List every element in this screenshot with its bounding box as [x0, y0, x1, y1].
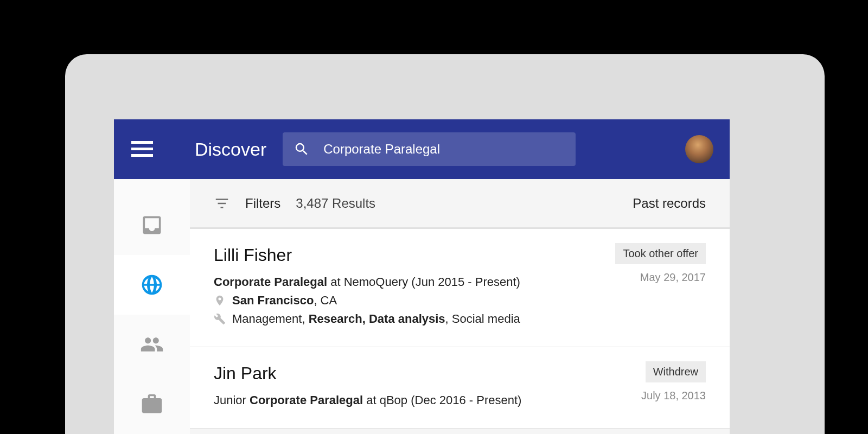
people-icon [140, 333, 164, 356]
search-box[interactable] [283, 132, 576, 166]
avatar[interactable] [685, 135, 713, 163]
filters-label[interactable]: Filters [245, 196, 280, 211]
result-title: Junior Corporate Paralegal at qBop (Dec … [214, 393, 706, 407]
globe-icon [140, 273, 164, 297]
result-title: Corporate Paralegal at NemoQuery (Jun 20… [214, 275, 706, 289]
search-icon [293, 141, 310, 157]
content: Filters 3,487 Results Past records Took … [190, 179, 730, 434]
sidebar [114, 179, 190, 434]
briefcase-icon [140, 392, 164, 416]
location-icon [214, 295, 228, 307]
filter-bar: Filters 3,487 Results Past records [190, 179, 730, 229]
result-skills: Management, Research, Data analysis, Soc… [214, 312, 706, 326]
results-count: 3,487 Results [296, 196, 375, 211]
result-location: San Francisco, CA [214, 293, 706, 308]
sidebar-item-briefcase[interactable] [114, 374, 190, 434]
status-chip: Withdrew [646, 361, 706, 382]
svg-rect-0 [131, 141, 153, 144]
sidebar-item-globe[interactable] [114, 255, 190, 315]
result-name: Jin Park [214, 363, 706, 384]
search-input[interactable] [323, 142, 565, 157]
hamburger-icon [131, 141, 153, 157]
result-card[interactable]: Withdrew July 18, 2013 Jin Park Junior C… [190, 347, 730, 429]
result-date: July 18, 2013 [641, 390, 706, 402]
past-records-link[interactable]: Past records [633, 196, 706, 211]
sidebar-item-inbox[interactable] [114, 195, 190, 255]
appbar-title: Discover [195, 139, 266, 160]
appbar: Discover [114, 119, 730, 179]
device-frame: Discover [65, 54, 825, 434]
status-chip: Took other offer [615, 243, 706, 264]
filter-icon[interactable] [214, 195, 230, 212]
svg-rect-2 [131, 154, 153, 157]
svg-rect-1 [131, 148, 153, 150]
wrench-icon [214, 313, 228, 325]
sidebar-item-people[interactable] [114, 315, 190, 374]
app-screen: Discover [114, 119, 730, 434]
result-card[interactable]: Took other offer May 29, 2017 Lilli Fish… [190, 229, 730, 347]
menu-button[interactable] [130, 137, 154, 161]
inbox-icon [140, 213, 164, 237]
result-date: May 29, 2017 [640, 271, 706, 284]
